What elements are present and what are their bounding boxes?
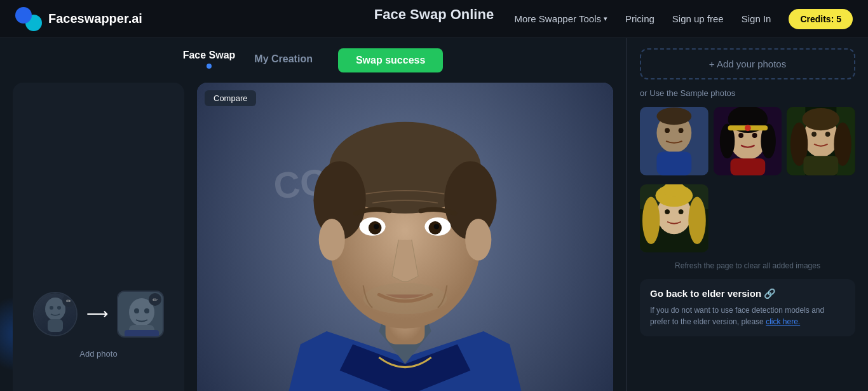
- compare-button[interactable]: Compare: [205, 90, 256, 106]
- svg-point-23: [434, 224, 439, 229]
- main-content: Face Swap My Creation Swap success: [0, 38, 868, 391]
- svg-point-32: [656, 107, 691, 125]
- more-tools-dropdown[interactable]: More Swapper Tools ▾: [515, 13, 607, 24]
- add-photos-button[interactable]: + Add your photos: [640, 48, 855, 79]
- svg-point-40: [738, 133, 743, 138]
- sample-arnold-svg: [640, 107, 709, 175]
- refresh-text: Refresh the page to clear all added imag…: [640, 261, 855, 270]
- svg-point-51: [825, 132, 831, 137]
- sample-grid-row1: [640, 107, 855, 175]
- left-panel: Face Swap My Creation Swap success: [0, 38, 627, 391]
- pricing-link[interactable]: Pricing: [625, 13, 654, 24]
- svg-rect-9: [125, 330, 159, 338]
- page-title: Face Swap Online: [374, 6, 494, 23]
- svg-point-26: [465, 219, 491, 261]
- svg-point-20: [374, 224, 379, 229]
- svg-point-25: [319, 219, 345, 261]
- target-face-thumb[interactable]: ✏: [117, 291, 164, 338]
- source-face-thumb[interactable]: ✏: [33, 292, 78, 336]
- svg-point-2: [50, 306, 53, 310]
- svg-rect-42: [730, 158, 765, 175]
- svg-point-39: [745, 125, 751, 131]
- swap-success-button[interactable]: Swap success: [338, 48, 443, 72]
- signin-link[interactable]: Sign In: [742, 13, 771, 24]
- svg-rect-1: [48, 319, 63, 332]
- face-swap-controls: ✏ ⟶: [33, 291, 164, 338]
- svg-point-50: [811, 132, 817, 137]
- signup-link[interactable]: Sign up free: [672, 13, 724, 24]
- sample-label: or Use the Sample photos: [640, 88, 855, 98]
- logo-icon: [15, 6, 42, 32]
- svg-point-3: [57, 306, 61, 310]
- svg-point-59: [665, 209, 670, 214]
- tab-my-creation[interactable]: My Creation: [254, 53, 313, 67]
- sample-image-arnold[interactable]: [640, 107, 709, 175]
- result-image-svg: CO SD: [197, 83, 613, 391]
- logo-text: Faceswapper.ai: [48, 11, 142, 26]
- sample-wonder-woman-svg: [714, 107, 782, 175]
- svg-point-57: [642, 196, 660, 244]
- svg-point-24: [363, 283, 447, 314]
- source-panel: ✏ ⟶: [13, 83, 184, 391]
- elder-desc: If you do not want to use face detection…: [650, 305, 845, 327]
- chevron-down-icon: ▾: [604, 15, 607, 23]
- tab-face-swap[interactable]: Face Swap: [183, 50, 236, 71]
- svg-point-47: [803, 108, 840, 130]
- add-photo-label: Add photo: [79, 349, 117, 359]
- nav-right: More Swapper Tools ▾ Pricing Sign up fre…: [515, 9, 853, 29]
- sample-woman-green-svg: [787, 107, 855, 175]
- sample-image-wonder-woman[interactable]: [714, 107, 782, 175]
- more-tools-label: More Swapper Tools: [515, 13, 601, 24]
- editor-area: ✏ ⟶: [13, 78, 613, 391]
- click-here-link[interactable]: click here.: [766, 317, 800, 326]
- logo[interactable]: Faceswapper.ai: [15, 6, 142, 32]
- sample-blonde-svg: [640, 184, 709, 253]
- right-panel: + Add your photos or Use the Sample phot…: [627, 38, 868, 391]
- svg-point-60: [679, 209, 684, 214]
- credits-button[interactable]: Credits: 5: [789, 9, 853, 29]
- result-area: CO SD: [197, 83, 613, 391]
- navbar: Faceswapper.ai Face Swap Online More Swa…: [0, 0, 868, 38]
- svg-point-30: [665, 128, 670, 133]
- elder-version-box: Go back to elder version 🔗 If you do not…: [640, 279, 855, 336]
- svg-rect-29: [656, 151, 691, 175]
- sample-grid-row2: [640, 184, 855, 253]
- svg-point-58: [688, 196, 705, 244]
- svg-point-41: [752, 133, 757, 138]
- tabs: Face Swap My Creation Swap success: [13, 38, 613, 78]
- svg-rect-52: [804, 156, 839, 175]
- svg-point-31: [679, 128, 684, 133]
- logo-circle-blue: [15, 7, 32, 24]
- sample-image-woman-green[interactable]: [787, 107, 855, 175]
- swap-arrow-icon: ⟶: [86, 305, 108, 323]
- sample-image-blonde[interactable]: [640, 184, 709, 253]
- result-image-bg: CO SD: [197, 83, 613, 391]
- svg-point-7: [134, 308, 139, 313]
- elder-title: Go back to elder version 🔗: [650, 288, 845, 299]
- svg-point-8: [144, 308, 149, 313]
